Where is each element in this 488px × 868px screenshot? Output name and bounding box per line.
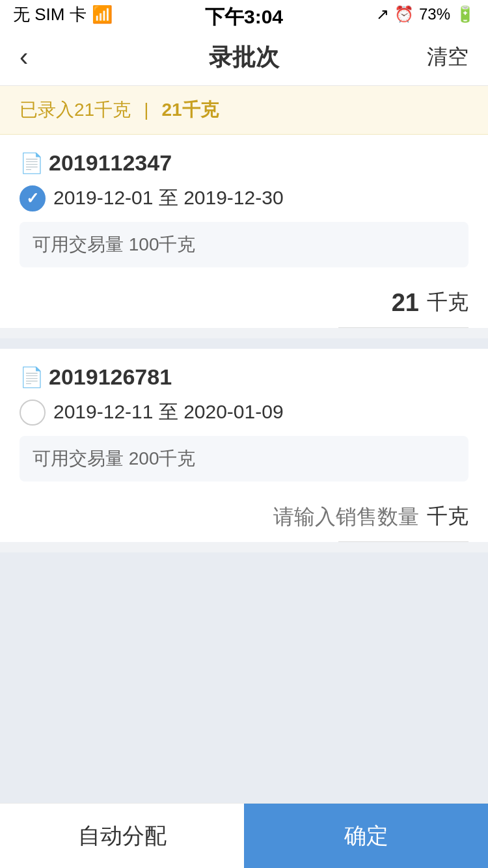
batch1-icon: 📄 xyxy=(20,152,44,174)
batch1-date-row[interactable]: 2019-12-01 至 2019-12-30 xyxy=(0,182,488,218)
batch2-number: 2019126781 xyxy=(49,364,172,390)
batch2-quantity-input[interactable] xyxy=(224,505,419,529)
page-title: 录批次 xyxy=(209,29,279,86)
info-label: 已录入21千克 xyxy=(20,98,131,122)
info-divider: | xyxy=(144,100,148,120)
batch2-available: 可用交易量 200千克 xyxy=(20,436,468,481)
batch2-icon: 📄 xyxy=(20,366,44,388)
info-value: 21千克 xyxy=(161,98,218,122)
batch1-card: 📄 2019112347 2019-12-01 至 2019-12-30 可用交… xyxy=(0,135,488,328)
battery-text: 73% xyxy=(419,5,450,23)
sim-status: 无 SIM 卡 xyxy=(13,3,87,26)
wifi-icon: 📶 xyxy=(92,5,113,25)
batch1-header: 📄 2019112347 xyxy=(0,135,488,182)
nav-bar: ‹ 录批次 清空 xyxy=(0,29,488,86)
batch2-input-row[interactable]: 千克 xyxy=(0,492,488,541)
auto-distribute-button[interactable]: 自动分配 xyxy=(0,804,244,868)
batch1-number: 2019112347 xyxy=(49,150,172,176)
clear-button[interactable]: 清空 xyxy=(427,43,468,72)
empty-area xyxy=(0,552,488,832)
batch2-date: 2019-12-11 至 2020-01-09 xyxy=(53,399,284,426)
batch2-radio[interactable] xyxy=(20,400,46,426)
alarm-icon: ⏰ xyxy=(394,5,414,23)
batch1-divider xyxy=(338,327,468,328)
batch2-input-divider xyxy=(338,541,468,542)
batch2-date-row[interactable]: 2019-12-11 至 2020-01-09 xyxy=(0,396,488,432)
batch2-unit: 千克 xyxy=(427,502,468,531)
location-icon: ↗ xyxy=(376,5,389,23)
status-bar-right: ↗ ⏰ 73% 🔋 xyxy=(376,5,475,23)
batch1-quantity-row: 21 千克 xyxy=(0,278,488,327)
status-bar: 无 SIM 卡 📶 下午3:04 ↗ ⏰ 73% 🔋 xyxy=(0,0,488,29)
batch1-radio[interactable] xyxy=(20,185,46,211)
section-divider-1 xyxy=(0,338,488,349)
battery-icon: 🔋 xyxy=(455,5,475,23)
back-button[interactable]: ‹ xyxy=(20,42,28,72)
batch1-available: 可用交易量 100千克 xyxy=(20,222,468,267)
confirm-button[interactable]: 确定 xyxy=(244,804,488,868)
batch2-header: 📄 2019126781 xyxy=(0,349,488,396)
bottom-bar: 自动分配 确定 xyxy=(0,803,488,868)
batch1-quantity: 21 xyxy=(392,289,419,317)
status-bar-time: 下午3:04 xyxy=(205,4,283,31)
info-banner: 已录入21千克 | 21千克 xyxy=(0,86,488,135)
batch2-card: 📄 2019126781 2019-12-11 至 2020-01-09 可用交… xyxy=(0,349,488,542)
batch1-unit: 千克 xyxy=(427,288,468,317)
status-bar-left: 无 SIM 卡 📶 xyxy=(13,3,113,26)
batch1-date: 2019-12-01 至 2019-12-30 xyxy=(53,185,284,211)
